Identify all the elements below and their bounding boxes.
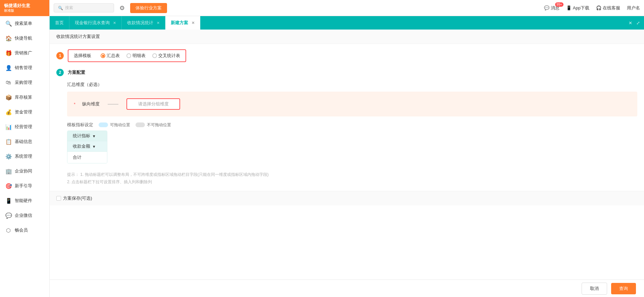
- topbar-right: 💬 消息 99+ 📱 App下载 🎧 在线客服 用户名: [544, 5, 640, 11]
- draggable-toggle-box[interactable]: [99, 122, 108, 127]
- trial-btn[interactable]: 体验行业方案: [130, 3, 167, 13]
- hardware-icon: 📱: [5, 198, 11, 204]
- tab-close-all-icon[interactable]: ✕: [629, 20, 632, 26]
- step2-row: 2 方案配置: [56, 69, 637, 76]
- metrics-dropdown-icon[interactable]: ▾: [93, 134, 95, 139]
- sidebar-item-marketing[interactable]: 🎁 营销推广: [0, 46, 49, 60]
- amount-dropdown-icon[interactable]: ▾: [93, 144, 95, 149]
- query-button[interactable]: 查询: [611, 283, 636, 294]
- finance-icon: 💰: [5, 109, 11, 115]
- notifications[interactable]: 💬 消息 99+: [544, 5, 559, 11]
- vertical-dimension-label: 纵向维度: [82, 101, 100, 107]
- main-section: 1 选择模板 汇总表 明细表 交叉统: [50, 44, 644, 191]
- step2-content: 汇总维度（必选） * 纵向维度 —— 请选择分组维度: [67, 82, 637, 186]
- dimension-select-button[interactable]: 请选择分组维度: [126, 98, 180, 110]
- step1-row: 1 选择模板 汇总表 明细表 交叉统: [56, 49, 637, 62]
- page-header: 收款情况统计方案设置: [50, 30, 644, 44]
- quick-nav-icon: 🏠: [5, 35, 11, 42]
- notifications-badge: 99+: [555, 2, 564, 7]
- enterprise-icon: 🏢: [5, 168, 11, 175]
- content-area: 收款情况统计方案设置 1 选择模板 汇总表 明细表: [50, 30, 644, 280]
- tab-bank-flow[interactable]: 现金银行流水查询 ✕: [69, 16, 122, 30]
- tab-close-receipt-stats[interactable]: ✕: [157, 21, 160, 25]
- tab-expand-icon[interactable]: ⤢: [636, 20, 640, 26]
- tip-line2: 2. 点击标题栏下拉可设置排序、插入列和删除列: [67, 179, 637, 186]
- save-checkbox-label[interactable]: 方案保存(可选): [56, 195, 92, 201]
- step2-label: 方案配置: [68, 69, 85, 76]
- required-marker: *: [74, 102, 75, 107]
- non-draggable-toggle: 不可拖动位置: [136, 122, 171, 128]
- tab-new-plan[interactable]: 新建方案 ✕: [165, 16, 200, 30]
- sidebar-item-system[interactable]: ⚙️ 系统管理: [0, 149, 49, 164]
- notifications-icon: 💬: [544, 5, 549, 10]
- sidebar-item-member[interactable]: ⬡ 畅会员: [0, 223, 49, 238]
- tab-close-new-plan[interactable]: ✕: [192, 21, 195, 25]
- metrics-section: 模板指标设定 可拖动位置 不可拖动位置: [67, 122, 637, 164]
- sidebar-item-guide[interactable]: 🎯 新手引导: [0, 179, 49, 193]
- sidebar-item-hardware[interactable]: 📱 智能硬件: [0, 193, 49, 208]
- metrics-header-label: 统计指标: [73, 133, 90, 139]
- member-icon: ⬡: [5, 227, 11, 234]
- action-bar: 取消 查询: [50, 280, 644, 297]
- tabs-right-controls: ✕ ⤢: [625, 16, 644, 30]
- operation-icon: 📊: [5, 124, 11, 130]
- sidebar-item-enterprise[interactable]: 🏢 企业协同: [0, 164, 49, 179]
- search-bar[interactable]: 🔍 搜索: [54, 3, 114, 12]
- inventory-icon: 📦: [5, 94, 11, 101]
- draggable-toggle: 可拖动位置: [99, 122, 130, 128]
- non-draggable-toggle-box[interactable]: [136, 122, 145, 127]
- logo-edition: 标准版: [4, 8, 30, 13]
- purchase-icon: 🛍: [5, 80, 11, 86]
- online-service[interactable]: 🎧 在线客服: [596, 5, 620, 11]
- search-placeholder: 搜索: [65, 5, 73, 11]
- topbar: 🔍 搜索 ⚙ 体验行业方案 💬 消息 99+ 📱 App下载 🎧 在线客服 用户…: [50, 0, 644, 16]
- page-header-title: 收款情况统计方案设置: [56, 34, 100, 39]
- metrics-amount-header: 收款金额 ▾: [67, 141, 107, 152]
- sidebar-item-finance[interactable]: 💰 资金管理: [0, 105, 49, 119]
- metrics-table: 统计指标 ▾ 收款金额 ▾ 合计: [67, 131, 107, 163]
- step2-section: 2 方案配置 汇总维度（必选） * 纵向维度 —— 请选择分组维度: [56, 69, 637, 186]
- app-download[interactable]: 📱 App下载: [566, 5, 589, 11]
- tips-section: 提示： 1. 拖动标题栏可以调整布局，不可跨维度或指标区域拖动栏目字段(只能在同…: [67, 171, 637, 186]
- sidebar-item-purchase[interactable]: 🛍 采购管理: [0, 75, 49, 90]
- guide-icon: 🎯: [5, 183, 11, 189]
- cancel-button[interactable]: 取消: [582, 283, 607, 295]
- sidebar-item-operation[interactable]: 📊 经营管理: [0, 119, 49, 134]
- radio-cross[interactable]: 交叉统计表: [152, 53, 180, 59]
- tip-line1: 提示： 1. 拖动标题栏可以调整布局，不可跨维度或指标区域拖动栏目字段(只能在同…: [67, 171, 637, 179]
- sidebar-item-search-menu[interactable]: 🔍 搜索菜单: [0, 16, 49, 31]
- amount-label: 收款金额: [73, 143, 90, 149]
- radio-detail-circle: [126, 53, 131, 58]
- marketing-icon: 🎁: [5, 50, 11, 56]
- tab-home[interactable]: 首页: [50, 16, 69, 30]
- search-icon: 🔍: [58, 6, 63, 10]
- sidebar-item-quick-nav[interactable]: 🏠 快捷导航: [0, 31, 49, 46]
- main-area: 🔍 搜索 ⚙ 体验行业方案 💬 消息 99+ 📱 App下载 🎧 在线客服 用户…: [50, 0, 644, 297]
- dimension-row: * 纵向维度 —— 请选择分组维度: [74, 98, 631, 110]
- user-avatar[interactable]: 用户名: [627, 5, 640, 11]
- sidebar-item-sales[interactable]: 👤 销售管理: [0, 60, 49, 75]
- sidebar-logo: 畅捷通好生意 标准版: [0, 0, 49, 16]
- tab-close-bank-flow[interactable]: ✕: [113, 21, 116, 25]
- radio-summary[interactable]: 汇总表: [101, 53, 120, 59]
- sidebar-item-basic-info[interactable]: 📋 基础信息: [0, 134, 49, 149]
- tab-receipt-stats[interactable]: 收款情况统计 ✕: [122, 16, 165, 30]
- settings-icon[interactable]: ⚙: [119, 4, 125, 12]
- dimension-box: * 纵向维度 —— 请选择分组维度: [67, 92, 637, 116]
- radio-detail[interactable]: 明细表: [126, 53, 146, 59]
- template-select-box: 选择模板 汇总表 明细表 交叉统计表: [68, 49, 186, 62]
- metrics-label-row: 模板指标设定 可拖动位置 不可拖动位置: [67, 122, 637, 128]
- system-icon: ⚙️: [5, 153, 11, 160]
- total-label: 合计: [73, 155, 82, 160]
- step1-badge: 1: [56, 52, 64, 59]
- wechat-icon: 💬: [5, 212, 11, 219]
- sidebar-item-inventory[interactable]: 📦 库存核算: [0, 90, 49, 105]
- save-checkbox-text: 方案保存(可选): [63, 195, 92, 201]
- dimension-config: 汇总维度（必选） * 纵向维度 —— 请选择分组维度: [67, 82, 637, 116]
- save-checkbox-box[interactable]: [56, 196, 61, 201]
- metrics-table-header: 统计指标 ▾: [67, 131, 107, 141]
- metrics-title: 模板指标设定: [67, 122, 93, 128]
- sidebar-item-wechat[interactable]: 💬 企业微信: [0, 208, 49, 223]
- radio-cross-circle: [152, 53, 157, 58]
- logo-name: 畅捷通好生意: [4, 3, 30, 8]
